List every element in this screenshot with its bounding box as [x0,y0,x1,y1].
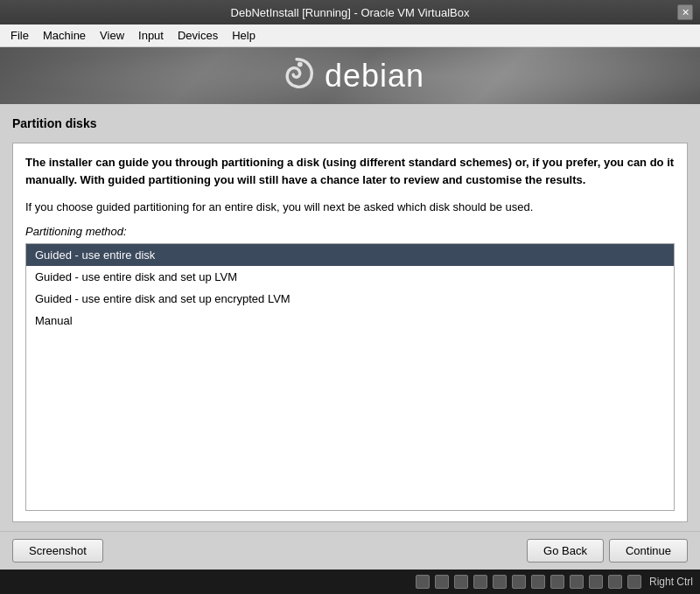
partitioning-method-label: Partitioning method: [25,225,675,238]
bottom-bar: Screenshot Go Back Continue [0,531,700,570]
status-icon-9 [570,575,584,589]
debian-brand-text: debian [325,58,424,94]
status-icon-8 [550,575,564,589]
left-buttons: Screenshot [12,539,103,563]
page-title-bar: Partition disks [12,116,688,134]
debian-header: debian [0,47,700,104]
status-icon-6 [512,575,526,589]
status-icon-5 [493,575,507,589]
screenshot-button[interactable]: Screenshot [12,539,103,563]
menu-item-input[interactable]: Input [131,26,171,45]
right-ctrl-label: Right Ctrl [649,576,693,588]
status-icon-4 [473,575,487,589]
svg-point-1 [298,61,303,66]
main-content: Partition disks The installer can guide … [0,104,700,531]
status-icon-10 [589,575,603,589]
menu-item-machine[interactable]: Machine [36,26,93,45]
info-box: The installer can guide you through part… [12,143,688,522]
partition-method-item-1[interactable]: Guided - use entire disk and set up LVM [26,266,674,288]
menu-item-view[interactable]: View [93,26,131,45]
partition-method-item-0[interactable]: Guided - use entire disk [26,244,674,266]
status-icon-1 [416,575,430,589]
debian-swirl-icon [276,55,318,97]
close-button[interactable]: ✕ [677,4,693,20]
debian-logo: debian [276,55,424,97]
status-icon-11 [608,575,622,589]
page-title: Partition disks [12,116,688,130]
partition-method-item-3[interactable]: Manual [26,310,674,332]
partition-method-list: Guided - use entire diskGuided - use ent… [25,243,675,512]
info-paragraph-2: If you choose guided partitioning for an… [25,199,675,216]
info-paragraph-1: The installer can guide you through part… [25,154,675,188]
menu-item-devices[interactable]: Devices [171,26,225,45]
partition-method-item-2[interactable]: Guided - use entire disk and set up encr… [26,288,674,310]
status-icon-12 [627,575,641,589]
go-back-button[interactable]: Go Back [527,539,604,563]
statusbar: Right Ctrl [0,570,700,594]
menu-item-help[interactable]: Help [225,26,262,45]
status-icon-2 [435,575,449,589]
window-title: DebNetInstall [Running] - Oracle VM Virt… [23,6,677,19]
menubar: FileMachineViewInputDevicesHelp [0,24,700,47]
continue-button[interactable]: Continue [609,539,688,563]
status-icon-7 [531,575,545,589]
right-buttons: Go Back Continue [527,539,688,563]
status-icon-3 [454,575,468,589]
titlebar: DebNetInstall [Running] - Oracle VM Virt… [0,0,700,24]
menu-item-file[interactable]: File [4,26,36,45]
